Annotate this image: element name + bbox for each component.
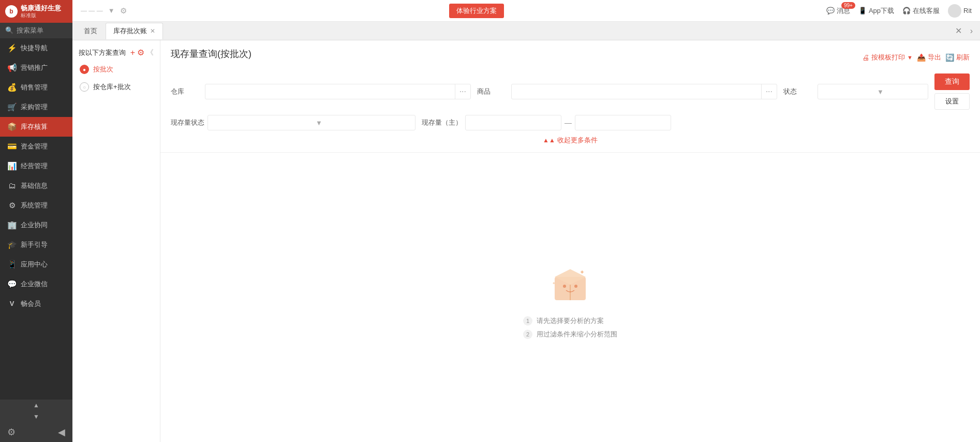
export-icon: 📤	[917, 53, 926, 62]
sidebar-item-shortcut[interactable]: ⚡ 快捷导航	[0, 38, 72, 58]
tab-close-icon[interactable]: ✕	[150, 27, 155, 35]
add-scheme-btn[interactable]: +	[130, 48, 135, 57]
panel-scroll-right-icon[interactable]: ›	[967, 26, 976, 36]
sidebar-item-label: 新手引导	[21, 240, 48, 249]
warehouse-filter-group: 仓库 ···	[171, 84, 471, 99]
left-panel-title: 按以下方案查询	[79, 48, 126, 57]
sidebar-collapse-icon[interactable]: ◀	[58, 426, 65, 438]
collapse-left-panel-btn[interactable]: 《	[146, 48, 154, 57]
sidebar-scroll-up[interactable]: ▲	[0, 400, 72, 411]
panel-close-btn[interactable]: ✕	[951, 26, 966, 36]
sidebar-item-weixin[interactable]: 💬 企业微信	[0, 274, 72, 294]
sidebar: b 畅康通好生意 标准版 🔍 搜索菜单 ⚡ 快捷导航 📢 营销推广 💰 销售管理…	[0, 0, 72, 442]
warehouse-input[interactable]	[205, 88, 455, 96]
sidebar-item-basic[interactable]: 🗂 基础信息	[0, 176, 72, 196]
sidebar-search-btn[interactable]: 🔍 搜索菜单	[0, 23, 72, 38]
sidebar-item-sales[interactable]: 💰 销售管理	[0, 78, 72, 97]
topbar-actions: 体验行业方案	[449, 4, 504, 18]
settings-icon[interactable]: ⚙	[120, 6, 127, 16]
sidebar-item-label: 系统管理	[21, 201, 48, 210]
app-download-btn[interactable]: 📱 App下载	[858, 6, 894, 16]
newbie-icon: 🎓	[7, 240, 17, 249]
stock-status-label: 现存量状态	[171, 118, 204, 127]
app-download-label: App下载	[869, 6, 894, 16]
settings-btn[interactable]: 设置	[934, 93, 970, 110]
user-label: Rit	[963, 7, 972, 14]
status-select-wrapper: ▼	[818, 84, 928, 99]
export-btn[interactable]: 📤 导出	[917, 53, 941, 62]
message-icon: 💬	[826, 7, 835, 14]
sidebar-item-system[interactable]: ⚙ 系统管理	[0, 196, 72, 215]
sidebar-item-member[interactable]: V 畅会员	[0, 294, 72, 314]
sidebar-item-marketing[interactable]: 📢 营销推广	[0, 58, 72, 78]
tab-home[interactable]: 首页	[77, 23, 105, 39]
range-separator: —	[565, 119, 572, 127]
print-label: 按模板打印	[871, 53, 905, 62]
breadcrumb-text: — — —	[81, 7, 103, 14]
warehouse-label: 仓库	[171, 87, 202, 96]
topbar-left: — — — ▼ ⚙	[81, 6, 127, 16]
finance-icon: 💳	[7, 142, 17, 151]
stock-main-label: 现存量（主）	[422, 118, 462, 127]
goods-dots-btn[interactable]: ···	[761, 84, 777, 99]
sidebar-item-label: 库存核算	[21, 122, 48, 131]
print-btn[interactable]: 🖨 按模板打印 ▼	[862, 53, 913, 62]
filter-row-1: 仓库 ··· 商品 ··· 状态	[171, 73, 970, 110]
left-panel-header: 按以下方案查询 + ⚙ 《	[72, 45, 160, 61]
scheme-item-by-warehouse-batch[interactable]: ○ 按仓库+批次	[72, 78, 160, 96]
svg-point-4	[574, 285, 577, 288]
app-logo: b	[5, 5, 18, 18]
sidebar-item-label: 快捷导航	[21, 43, 48, 53]
sidebar-item-label: 采购管理	[21, 102, 48, 112]
system-icon: ⚙	[7, 201, 17, 210]
sidebar-item-newbie[interactable]: 🎓 新手引导	[0, 235, 72, 255]
goods-input-wrapper: ···	[511, 84, 777, 99]
status-dropdown-icon[interactable]: ▼	[873, 88, 928, 96]
tab-inventory-batch[interactable]: 库存批次账 ✕	[106, 23, 163, 39]
sidebar-item-apps[interactable]: 📱 应用中心	[0, 255, 72, 274]
weixin-icon: 💬	[7, 279, 17, 289]
stock-main-to-input[interactable]	[575, 115, 671, 130]
sidebar-settings-icon[interactable]: ⚙	[7, 426, 16, 438]
purchase-icon: 🛒	[7, 102, 17, 112]
user-avatar-btn[interactable]: Rit	[948, 4, 972, 18]
scheme-settings-btn[interactable]: ⚙	[137, 48, 144, 57]
sidebar-scroll-down[interactable]: ▼	[0, 411, 72, 422]
tab-home-label: 首页	[84, 26, 97, 36]
sidebar-item-finance[interactable]: 💳 资金管理	[0, 137, 72, 156]
hint-text-2: 用过滤条件来缩小分析范围	[537, 330, 617, 339]
basic-icon: 🗂	[7, 181, 17, 190]
sidebar-item-enterprise[interactable]: 🏢 企业协同	[0, 215, 72, 235]
online-service-btn[interactable]: 🎧 在线客服	[902, 6, 940, 16]
member-icon: V	[7, 300, 17, 307]
messages-badge: 99+	[841, 2, 855, 9]
tab-bar: 首页 库存批次账 ✕ ✕ ›	[72, 22, 980, 40]
hint-num-2: 2	[523, 330, 532, 339]
refresh-label: 刷新	[956, 53, 970, 62]
sidebar-item-operations[interactable]: 📊 经营管理	[0, 156, 72, 176]
operations-icon: 📊	[7, 161, 17, 171]
goods-input[interactable]	[512, 88, 761, 96]
warehouse-dots-btn[interactable]: ···	[455, 84, 470, 99]
sidebar-nav: ⚡ 快捷导航 📢 营销推广 💰 销售管理 🛒 采购管理 📦 库存核算 💳 资金管…	[0, 38, 72, 400]
print-dropdown-icon[interactable]: ▼	[907, 54, 913, 61]
scheme-item-by-batch[interactable]: ● 按批次	[72, 61, 160, 78]
stock-status-select-wrapper: ▼	[207, 115, 415, 130]
stock-main-from-input[interactable]	[465, 115, 561, 130]
stock-status-dropdown-icon[interactable]: ▼	[311, 119, 415, 127]
empty-hints: 1 请先选择要分析的方案 2 用过滤条件来缩小分析范围	[523, 316, 617, 339]
query-btn[interactable]: 查询	[934, 73, 970, 90]
experience-btn[interactable]: 体验行业方案	[449, 4, 504, 18]
messages-btn[interactable]: 💬 消息 99+	[826, 6, 850, 16]
empty-icon: ✦ ✦	[544, 256, 596, 308]
warehouse-input-wrapper: ···	[205, 84, 471, 99]
sidebar-item-inventory[interactable]: 📦 库存核算	[0, 117, 72, 137]
collapse-more-btn[interactable]: ▲▲ 收起更多条件	[171, 132, 970, 148]
sidebar-item-purchase[interactable]: 🛒 采购管理	[0, 97, 72, 117]
sidebar-header: b 畅康通好生意 标准版	[0, 0, 72, 23]
query-area: 现存量查询(按批次) 🖨 按模板打印 ▼ 📤 导出 🔄	[160, 40, 980, 153]
enterprise-icon: 🏢	[7, 220, 17, 230]
dropdown-arrow-icon[interactable]: ▼	[108, 7, 115, 14]
refresh-btn[interactable]: 🔄 刷新	[945, 53, 970, 62]
sidebar-item-label: 应用中心	[21, 260, 48, 269]
